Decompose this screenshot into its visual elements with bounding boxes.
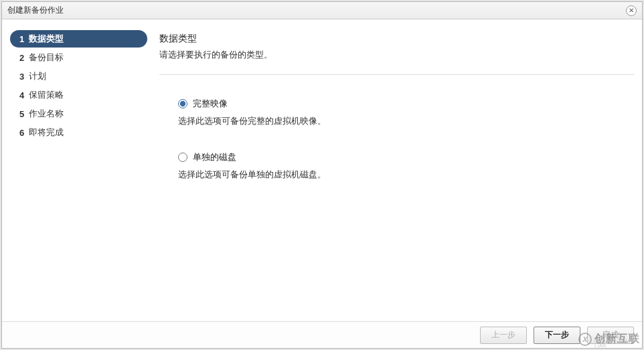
step-label: 计划 [29, 70, 46, 82]
step-number: 3 [19, 72, 29, 82]
wizard-sidebar: 1 数据类型 2 备份目标 3 计划 4 保留策略 5 作业名称 6 即将完成 [10, 27, 147, 313]
radio-option-full-image: 完整映像 选择此选项可备份完整的虚拟机映像。 [178, 98, 634, 127]
next-button[interactable]: 下一步 [534, 327, 580, 344]
step-data-type[interactable]: 1 数据类型 [10, 30, 147, 48]
step-job-name[interactable]: 5 作业名称 [10, 105, 147, 122]
prev-button[interactable]: 上一步 [480, 327, 527, 344]
dialog-title: 创建新备份作业 [7, 5, 64, 16]
step-number: 4 [19, 90, 29, 100]
title-bar: 创建新备份作业 ✕ [2, 2, 642, 19]
close-icon[interactable]: ✕ [626, 5, 637, 16]
backup-type-radio-group: 完整映像 选择此选项可备份完整的虚拟机映像。 单独的磁盘 选择此选项可备份单独的… [159, 98, 634, 181]
radio-full-image[interactable] [178, 99, 187, 108]
radio-option-individual-disk: 单独的磁盘 选择此选项可备份单独的虚拟机磁盘。 [178, 151, 634, 181]
finish-button[interactable]: 完成 [587, 327, 634, 344]
step-ready[interactable]: 6 即将完成 [10, 124, 147, 141]
step-number: 2 [19, 53, 29, 63]
step-schedule[interactable]: 3 计划 [10, 68, 147, 85]
step-number: 5 [19, 109, 29, 119]
radio-label: 完整映像 [193, 98, 228, 110]
dialog-footer: 上一步 下一步 完成 [2, 321, 642, 348]
radio-description: 选择此选项可备份完整的虚拟机映像。 [178, 115, 634, 127]
step-label: 作业名称 [29, 108, 64, 120]
panel-heading: 数据类型 [159, 33, 634, 45]
step-label: 备份目标 [29, 52, 64, 64]
step-retention[interactable]: 4 保留策略 [10, 86, 147, 104]
step-backup-target[interactable]: 2 备份目标 [10, 49, 147, 66]
radio-individual-disk[interactable] [178, 153, 187, 162]
radio-description: 选择此选项可备份单独的虚拟机磁盘。 [178, 169, 634, 181]
step-label: 即将完成 [29, 126, 64, 139]
divider [159, 74, 634, 75]
step-label: 数据类型 [29, 33, 64, 45]
dialog: 创建新备份作业 ✕ 1 数据类型 2 备份目标 3 计划 4 保留策略 5 作业… [1, 1, 643, 349]
step-number: 1 [19, 34, 29, 44]
main-panel: 数据类型 请选择要执行的备份的类型。 完整映像 选择此选项可备份完整的虚拟机映像… [147, 27, 634, 313]
content-area: 1 数据类型 2 备份目标 3 计划 4 保留策略 5 作业名称 6 即将完成 [2, 19, 642, 321]
panel-subheading: 请选择要执行的备份的类型。 [159, 49, 634, 61]
step-number: 6 [19, 128, 29, 138]
step-label: 保留策略 [29, 89, 64, 101]
radio-label: 单独的磁盘 [193, 151, 236, 163]
